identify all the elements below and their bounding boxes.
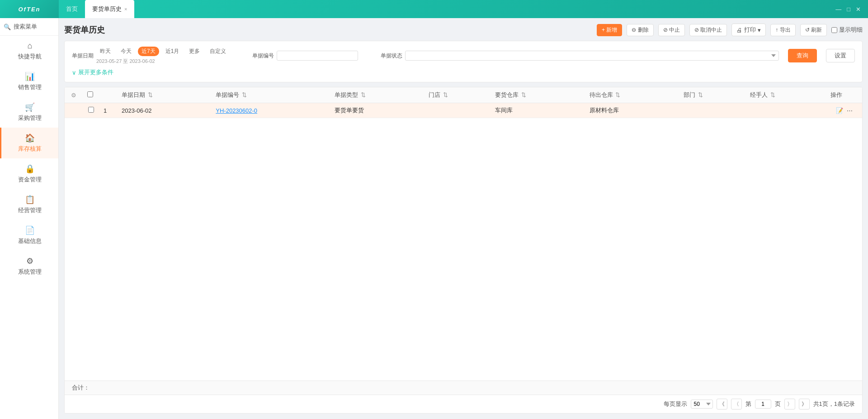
sidebar-item-sales-mgmt[interactable]: 📊 销售管理 <box>0 66 58 97</box>
tab-requisition-history[interactable]: 要货单历史 × <box>85 0 134 18</box>
th-store[interactable]: 门店 ⇅ <box>424 87 491 103</box>
new-button[interactable]: + 新增 <box>597 24 622 36</box>
th-doc-type-sort-icon[interactable]: ⇅ <box>361 91 366 98</box>
page-header: 要货单历史 + 新增 ⊖ 删除 ⊘ 中止 ⊘ 取消中止 🖨 打印 ▾ ↑ 导出 … <box>64 24 863 36</box>
date-opt-today[interactable]: 今天 <box>117 47 135 56</box>
td-handler <box>745 103 826 118</box>
sidebar-search[interactable]: 🔍 搜索菜单 <box>0 18 58 35</box>
th-doc-no[interactable]: 单据编号 ⇅ <box>211 87 330 103</box>
td-store <box>424 103 491 118</box>
th-handler-label: 经手人 <box>750 91 768 98</box>
close-btn[interactable]: ✕ <box>856 6 861 13</box>
td-doc-no: YH-20230602-0 <box>211 103 330 118</box>
th-pending-warehouse[interactable]: 待出仓库 ⇅ <box>585 87 679 103</box>
th-store-sort-icon[interactable]: ⇅ <box>443 91 448 98</box>
th-pending-warehouse-sort-icon[interactable]: ⇅ <box>615 91 620 98</box>
th-settings: ⚙ <box>65 87 83 103</box>
display-detail-toggle[interactable]: 显示明细 <box>831 26 863 34</box>
sidebar: 🔍 搜索菜单 ⌂ 快捷导航 📊 销售管理 🛒 采购管理 🏠 库存核算 🔒 资金管… <box>0 18 59 419</box>
refresh-button[interactable]: ↺ 刷新 <box>800 24 827 36</box>
th-date-label: 单据日期 <box>122 91 145 98</box>
sidebar-item-finance-mgmt[interactable]: 🔒 资金管理 <box>0 158 58 189</box>
th-doc-no-sort-icon[interactable]: ⇅ <box>242 91 247 98</box>
page-size-select[interactable]: 10 20 50 100 <box>691 400 713 409</box>
row-more-icon[interactable]: ⋯ <box>847 107 853 114</box>
filter-card: 单据日期 昨天 今天 近7天 近1月 更多 自定义 2023-05-27 至 2… <box>64 41 863 82</box>
prev-page-btn[interactable]: 〈 <box>731 399 742 409</box>
th-index <box>99 87 117 103</box>
sidebar-item-basic-info[interactable]: 📄 基础信息 <box>0 220 58 251</box>
th-handler[interactable]: 经手人 ⇅ <box>745 87 826 103</box>
td-pending-warehouse: 原材料仓库 <box>585 103 679 118</box>
doc-icon: 📄 <box>25 225 35 235</box>
sidebar-item-basic-label: 基础信息 <box>18 237 42 245</box>
sidebar-item-purchase-mgmt[interactable]: 🛒 采购管理 <box>0 97 58 128</box>
doc-no-link[interactable]: YH-20230602-0 <box>216 107 257 114</box>
th-req-warehouse[interactable]: 要货仓库 ⇅ <box>491 87 585 103</box>
doc-no-input[interactable] <box>277 51 358 61</box>
th-date[interactable]: 单据日期 ⇅ <box>117 87 211 103</box>
tab-home-label: 首页 <box>66 5 78 13</box>
table-row: 1 2023-06-02 YH-20230602-0 要货单要货 车间库 原材料… <box>65 103 862 118</box>
table-settings-icon[interactable]: ⚙ <box>69 90 78 100</box>
doc-no-label: 单据编号 <box>252 52 274 60</box>
date-opt-yesterday[interactable]: 昨天 <box>96 47 114 56</box>
date-opt-more[interactable]: 更多 <box>185 47 203 56</box>
doc-no-filter: 单据编号 <box>252 51 358 61</box>
date-opt-last-month[interactable]: 近1月 <box>162 47 183 56</box>
chevron-down-icon: ∨ <box>72 69 76 76</box>
logo-text: OfTEn <box>19 6 41 13</box>
delete-button[interactable]: ⊖ 删除 <box>627 24 653 36</box>
td-req-warehouse: 车间库 <box>491 103 585 118</box>
date-opt-custom[interactable]: 自定义 <box>206 47 230 56</box>
sidebar-item-sys-mgmt[interactable]: ⚙ 系统管理 <box>0 251 58 281</box>
cancel-stop-button[interactable]: ⊘ 取消中止 <box>689 24 727 36</box>
expand-more[interactable]: ∨ 展开更多条件 <box>72 68 855 76</box>
page-size-label: 每页显示 <box>664 400 687 408</box>
sidebar-item-inventory[interactable]: 🏠 库存核算 <box>0 128 58 158</box>
inventory-icon: 🏠 <box>25 133 35 143</box>
next-page-btn[interactable]: 〉 <box>784 399 795 409</box>
date-filter-label: 单据日期 <box>72 52 94 60</box>
row-checkbox-1[interactable] <box>88 107 94 113</box>
total-info: 共1页，1条记录 <box>813 400 855 408</box>
pagination-bar: 每页显示 10 20 50 100 《 〈 第 页 〉 》 共1页，1条记录 <box>65 395 862 413</box>
tab-close-icon[interactable]: × <box>124 6 127 12</box>
chart-icon: 📊 <box>25 71 35 81</box>
total-label: 合计： <box>72 384 90 392</box>
display-detail-checkbox[interactable] <box>831 27 837 33</box>
last-page-btn[interactable]: 》 <box>799 399 810 409</box>
td-dept <box>679 103 745 118</box>
th-doc-type[interactable]: 单据类型 ⇅ <box>330 87 424 103</box>
th-store-label: 门店 <box>429 91 440 98</box>
status-filter: 单据状态 <box>381 51 779 61</box>
th-date-sort-icon[interactable]: ⇅ <box>148 91 153 98</box>
sidebar-item-purchase-label: 采购管理 <box>18 114 42 122</box>
print-button[interactable]: 🖨 打印 ▾ <box>731 24 766 36</box>
sidebar-item-ops-mgmt[interactable]: 📋 经营管理 <box>0 189 58 220</box>
status-select[interactable] <box>405 51 779 61</box>
row-edit-icon[interactable]: 📝 <box>836 107 843 114</box>
export-button[interactable]: ↑ 导出 <box>770 24 795 36</box>
query-button[interactable]: 查询 <box>788 49 817 62</box>
select-all-checkbox[interactable] <box>87 91 93 97</box>
th-req-warehouse-sort-icon[interactable]: ⇅ <box>521 91 526 98</box>
stop-button[interactable]: ⊘ 中止 <box>658 24 685 36</box>
tab-bar: 首页 要货单历史 × <box>59 0 134 18</box>
maximize-btn[interactable]: □ <box>847 6 850 13</box>
settings-button[interactable]: 设置 <box>826 49 855 62</box>
th-handler-sort-icon[interactable]: ⇅ <box>770 91 775 98</box>
ops-icon: 📋 <box>25 195 35 205</box>
date-opt-last7days[interactable]: 近7天 <box>138 47 159 56</box>
window-controls: — □ ✕ <box>835 6 861 13</box>
tab-home[interactable]: 首页 <box>59 0 85 18</box>
first-page-btn[interactable]: 《 <box>717 399 727 409</box>
page-input[interactable] <box>755 400 771 409</box>
td-doc-type: 要货单要货 <box>330 103 424 118</box>
td-checkbox <box>83 103 99 118</box>
page-suffix: 页 <box>775 400 781 408</box>
th-dept[interactable]: 部门 ⇅ <box>679 87 745 103</box>
sidebar-item-quick-nav[interactable]: ⌂ 快捷导航 <box>0 36 58 66</box>
th-dept-sort-icon[interactable]: ⇅ <box>698 91 703 98</box>
minimize-btn[interactable]: — <box>835 6 841 13</box>
